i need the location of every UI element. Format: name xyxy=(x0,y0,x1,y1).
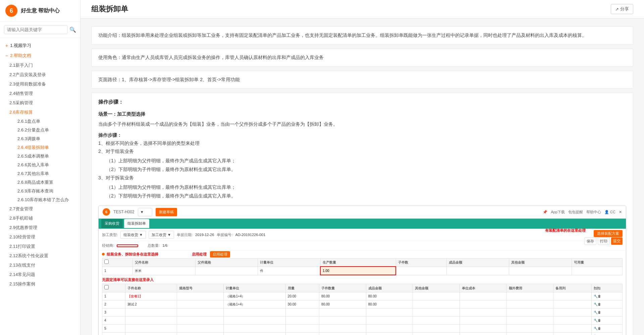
sidebar-item-data-prep[interactable]: 2.3使用前数据准备 xyxy=(9,79,80,89)
search-input[interactable] xyxy=(4,25,67,34)
sidebar-item-settings[interactable]: 2.12系统个性化设置 xyxy=(9,251,80,261)
partner-input-highlighted[interactable] xyxy=(117,244,138,247)
app-nav-right: 📌 App下载 包包提醒 帮助中心 👤 CC ✕ xyxy=(543,209,622,215)
td-prod-qty-input[interactable] xyxy=(320,267,396,275)
annotation2-text: 组装业务、拆卸业务在这里选择 xyxy=(107,251,158,258)
dot-icon xyxy=(102,253,105,256)
th2-spare: 备用列 xyxy=(553,284,591,292)
app-main: 采购收货 组装拆卸单 加工类型: 组装收货 ▼ 加工收货 ▼ 单据日期: 201… xyxy=(99,219,626,335)
sidebar-item-transfer[interactable]: 2.6.3调拨单 xyxy=(15,134,80,143)
td-parent-spec xyxy=(195,267,258,275)
sidebar-item-newbie[interactable]: 2.1新手入门 xyxy=(9,61,80,70)
sidebar-item-cost-recalc[interactable]: 2.6.8商品成本重算 xyxy=(15,178,80,187)
partner-qty-label: 总数量: xyxy=(148,242,160,249)
page-title: 组装拆卸单 xyxy=(91,4,128,14)
th2-child-name: 子件名称 xyxy=(125,284,177,292)
app-nav-icon2: App下载 xyxy=(551,209,565,215)
partner-label: 经销商: xyxy=(102,242,114,249)
sidebar-search-area: 🔍 xyxy=(0,22,80,38)
th-checkbox xyxy=(102,258,133,267)
sidebar-item-other-out[interactable]: 2.6.7其他出库单 xyxy=(15,169,80,178)
app-id: TEST-H002 xyxy=(113,209,135,215)
sidebar-item-sales[interactable]: 2.4销售管理 xyxy=(9,89,80,98)
prod-qty-field[interactable] xyxy=(323,269,339,273)
sidebar-item-ops[interactable]: 2.10经营管理 xyxy=(9,232,80,242)
th-prod-amount: 成品金额 xyxy=(446,258,509,267)
sidebar-item-assembly[interactable]: 2.6.4组装拆卸单 xyxy=(15,143,80,152)
main-content: 功能介绍：组装拆卸单用来处理企业组装或拆卸等加工业务，支持有固定装配清单的产品加… xyxy=(80,18,644,335)
lower-table-area: 无固定清单可以直接在这里录入 子件名称 规格型号 计量单位 用量 xyxy=(99,277,626,335)
app-btn-save[interactable]: 保存 xyxy=(584,237,596,245)
steps-block: 操作步骤： 场景一：加工类型选择 当由多个子件材料组装成一个成品的业务为【组装】… xyxy=(91,93,633,335)
th2-child-qty: 子件数量 xyxy=(319,284,366,292)
sidebar-item-finance[interactable]: 2.7资金管理 xyxy=(9,204,80,214)
main-header: 组装拆卸单 ↗ 分享 xyxy=(80,0,644,18)
sidebar-item-print[interactable]: 2.11打印设置 xyxy=(9,242,80,251)
table-row: 4 xyxy=(102,317,623,325)
step3-sub1: （1）上部明细为父件明细，最终作为原材料生成其它出库单； xyxy=(106,183,626,191)
sidebar-item-stocktake[interactable]: 2.6.1盘点单 xyxy=(15,117,80,126)
table-row: 1 米米 件 xyxy=(102,267,623,275)
app-logo-small: 6 xyxy=(103,208,110,216)
sidebar-item-coupon[interactable]: 2.9优惠券管理 xyxy=(9,223,80,232)
sidebar-item-cases[interactable]: 2.15操作案例 xyxy=(9,279,80,289)
app-btn-submit[interactable]: 提交 xyxy=(611,237,623,245)
share-icon: ↗ xyxy=(615,7,619,12)
th-parent-spec: 父件规格 xyxy=(195,258,258,267)
share-button[interactable]: ↗ 分享 xyxy=(611,4,633,14)
app-btn-print[interactable]: 打印 xyxy=(598,237,610,245)
app-tab-purchase[interactable]: 采购收货 xyxy=(101,219,123,228)
sidebar-item-purchase[interactable]: 2.5采购管理 xyxy=(9,98,80,108)
th2-unit-cost: 单位成本 xyxy=(460,284,507,292)
logo-icon: 6 xyxy=(5,5,17,17)
upper-table: 父件名称 父件规格 计量单位 生产数量 子件数 成品金额 其他金额 可用量 xyxy=(102,258,623,276)
scenario1-title: 场景一：加工类型选择 xyxy=(98,110,626,118)
select-all-checkbox2[interactable] xyxy=(104,285,109,289)
app-form-row2: 经销商: 总数量: 1/6 xyxy=(99,241,626,250)
app-form-docno: AD-20191226-001 xyxy=(235,232,265,238)
sidebar-item-inventory[interactable]: 2.6库存核算 xyxy=(9,108,80,117)
steps-label: 操作步骤： xyxy=(98,131,626,139)
th2-other-amt: 其他金额 xyxy=(413,284,460,292)
sidebar-item-videos[interactable]: + 1.视频学习 xyxy=(0,41,80,51)
app-btn-select-plan[interactable]: 选择装配方案 xyxy=(594,230,623,237)
sidebar-logo: 6 好生意 帮助中心 xyxy=(0,0,80,22)
screenshot-container: 6 TEST-H002 ▼ 新建草稿 📌 App下载 包包提醒 帮助中心 👤 C… xyxy=(98,206,626,335)
sidebar-item-cost-adjust[interactable]: 2.6.5成本调整单 xyxy=(15,152,80,161)
sidebar-item-payment[interactable]: 2.13在线支付 xyxy=(9,261,80,270)
sidebar-item-mobile[interactable]: 2.8手机旺铺 xyxy=(9,214,80,223)
th-prod-qty: 生产数量 xyxy=(320,258,396,267)
sidebar-item-ledger-fix[interactable]: 2.6.10库存账本错了怎么办 xyxy=(15,196,80,204)
sidebar-item-other-in[interactable]: 2.6.6其他入库单 xyxy=(15,161,80,169)
app-form-type-select[interactable]: 组装收货 ▼ xyxy=(120,231,146,239)
step3-sub2: （2）下部明细为子件明细，最终作为产成品生成其它入库单。 xyxy=(106,192,626,200)
sidebar-item-helpdoc[interactable]: − 2.帮助文档 xyxy=(0,51,80,61)
app-tab-assembly[interactable]: 组装拆卸单 xyxy=(124,219,149,228)
sidebar-nav: + 1.视频学习 − 2.帮助文档 2.1新手入门 2.2产品安装及登录 2.3… xyxy=(0,38,80,335)
sidebar-item-partial-stocktake[interactable]: 2.6.2分量盘点单 xyxy=(15,126,80,134)
th2-spec: 规格型号 xyxy=(177,284,224,292)
th-child-count: 子件数 xyxy=(396,258,446,267)
select-all-checkbox[interactable] xyxy=(104,260,109,264)
intro-text: 功能介绍：组装拆卸单用来处理企业组装或拆卸等加工业务，支持有固定装配清单的产品加… xyxy=(98,32,626,40)
table-row: 6 xyxy=(102,333,623,335)
sidebar-item-faq[interactable]: 2.14常见问题 xyxy=(9,270,80,279)
sidebar-item-install[interactable]: 2.2产品安装及登录 xyxy=(9,70,80,79)
app-btn-enable[interactable]: 启用处理 xyxy=(210,251,230,258)
app-select-wrapper: ▼ xyxy=(138,208,152,216)
td-avail xyxy=(572,267,622,275)
th2-usage: 用量 xyxy=(285,284,319,292)
search-button[interactable]: 🔍 xyxy=(69,26,76,33)
table-row: 1 【套餐1】 （规格1+4） 20.00 80.00 80.00 xyxy=(102,292,623,300)
collapse-icon: − xyxy=(5,53,8,58)
app-nav-icon3: 包包提醒 xyxy=(568,209,583,215)
app-new-draft-btn[interactable]: 新建草稿 xyxy=(156,208,177,216)
app-screenshot: 6 TEST-H002 ▼ 新建草稿 📌 App下载 包包提醒 帮助中心 👤 C… xyxy=(99,206,626,335)
annotation2-area: 组装业务、拆卸业务在这里选择 启用处理 启用处理 xyxy=(99,250,626,258)
app-form-type2[interactable]: 加工收货 ▼ xyxy=(149,231,174,239)
app-close-icon[interactable]: ✕ xyxy=(619,209,622,215)
sidebar-item-ledger-query[interactable]: 2.6.9库存账本查询 xyxy=(15,187,80,196)
step2-sub2: （2）下部明细为子件明细，最终作为原材料生成其它出库单。 xyxy=(106,166,626,174)
step2-sub1: （1）上部明细为父件明细，最终作为产成品生成其它入库单； xyxy=(106,157,626,165)
expand-icon: + xyxy=(5,43,8,48)
